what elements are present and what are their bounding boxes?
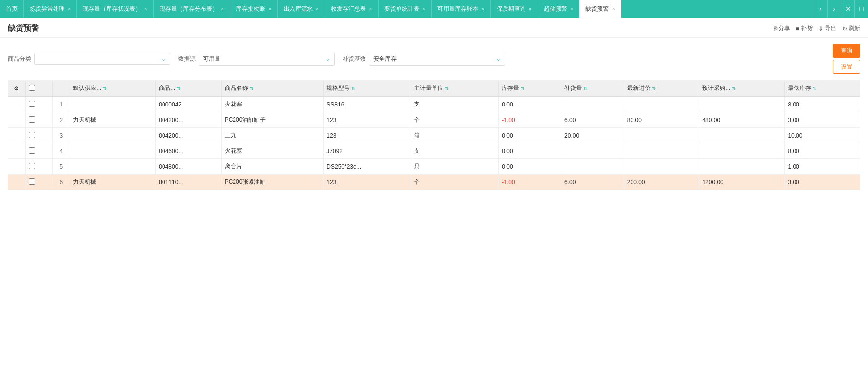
replenish-base-select[interactable]: 安全库存 ⌄ [369,53,505,66]
th-unit[interactable]: 主计量单位 ⇅ [411,80,499,97]
row-checkbox-cell[interactable] [25,175,53,190]
row-num-cell: 3 [53,128,70,143]
row-unit-cell: 个 [411,112,499,128]
datasource-label: 数据源 [178,55,196,63]
row-checkbox-cell[interactable] [25,112,53,128]
tab-expiry-query[interactable]: 保质期查询 × [491,0,538,18]
row-checkbox[interactable] [29,163,35,169]
th-gear[interactable]: ⚙ [8,80,25,97]
table-row: 1 0000042 火花塞 SS816 支 0.00 8.00 [8,97,860,112]
th-supplier[interactable]: 默认供应... ⇅ [70,80,156,97]
close-tab-available-ledger[interactable]: × [481,6,484,12]
close-tab-shortage[interactable]: × [612,6,615,12]
th-min-stock[interactable]: 最低库存 ⇅ [785,80,860,97]
tab-bar: 首页 炼货异常处理 × 现存量（库存状况表） × 现存量（库存分布表） × 库存… [0,0,868,18]
row-replenish-cell [561,97,624,112]
th-checkbox[interactable] [25,80,53,97]
tab-nav-buttons: ‹ › ✕ □ [814,0,868,18]
table-row: 6 力天机械 801110... PC200张紧油缸 123 个 -1.00 6… [8,175,860,190]
th-goods-code[interactable]: 商品... ⇅ [156,80,221,97]
close-tab-batch-ledger[interactable]: × [268,6,271,12]
tab-stock-dist[interactable]: 现存量（库存分布表） × [154,0,230,18]
row-min-stock-cell: 8.00 [785,143,860,159]
row-latest-price-cell: 200.00 [624,175,699,190]
tab-receive-summary[interactable]: 收发存汇总表 × [325,0,378,18]
table-row: 5 004800... 离合片 DS250*23c... 只 0.00 1.00 [8,159,860,175]
tab-available-ledger[interactable]: 可用量库存账本 × [432,0,490,18]
row-spec-cell: DS250*23c... [324,159,411,175]
row-spec-cell: J7092 [324,143,411,159]
th-goods-name[interactable]: 商品名称 ⇅ [221,80,324,97]
row-checkbox[interactable] [29,101,35,107]
tab-order-stats[interactable]: 要货单统计表 × [379,0,432,18]
row-goods-name-cell: 火花塞 [221,97,324,112]
th-spec[interactable]: 规格型号 ⇅ [324,80,411,97]
th-replenish[interactable]: 补货量 ⇅ [561,80,624,97]
row-replenish-cell: 20.00 [561,128,624,143]
export-button[interactable]: ⇓ 导出 [818,24,836,33]
select-all-checkbox[interactable] [29,85,35,91]
row-spec-cell: 123 [324,175,411,190]
table-body: 1 0000042 火花塞 SS816 支 0.00 8.00 2 力天机械 0… [8,97,860,190]
tab-overstock[interactable]: 超储预警 × [538,0,579,18]
th-latest-price[interactable]: 最新进价 ⇅ [624,80,699,97]
row-gear-cell [8,143,25,159]
sort-unit-icon: ⇅ [445,86,449,91]
row-gear-cell [8,128,25,143]
close-tab-order-stats[interactable]: × [422,6,425,12]
tab-close-all[interactable]: ✕ [841,0,854,18]
tab-expand[interactable]: □ [854,0,868,18]
close-tab-abnormal[interactable]: × [68,6,71,12]
close-tab-receive-summary[interactable]: × [369,6,372,12]
settings-button[interactable]: 设置 [833,60,860,74]
row-min-stock-cell: 1.00 [785,159,860,175]
row-checkbox[interactable] [29,178,35,185]
row-stock-cell: 0.00 [499,128,561,143]
row-checkbox-cell[interactable] [25,143,53,159]
tab-scroll-right[interactable]: › [827,0,841,18]
tab-scroll-left[interactable]: ‹ [814,0,827,18]
row-spec-cell: 123 [324,128,411,143]
tab-inout-flow[interactable]: 出入库流水 × [278,0,325,18]
share-button[interactable]: ⎘ 分享 [774,24,790,33]
row-latest-price-cell [624,143,699,159]
row-checkbox[interactable] [29,116,35,123]
row-supplier-cell [70,128,156,143]
row-goods-name-cell: 火花塞 [221,143,324,159]
row-min-stock-cell: 10.00 [785,128,860,143]
close-tab-overstock[interactable]: × [570,6,573,12]
row-checkbox-cell[interactable] [25,159,53,175]
row-checkbox[interactable] [29,132,35,138]
row-goods-code-cell: 0000042 [156,97,221,112]
table-wrap: ⚙ 默认供应... ⇅ 商品... [0,80,868,190]
close-tab-inout-flow[interactable]: × [316,6,319,12]
main-content: 缺货预警 ⎘ 分享 ■ 补货 ⇓ 导出 ↻ 刷新 商品分类 [0,18,868,387]
tab-stock-status[interactable]: 现存量（库存状况表） × [77,0,153,18]
close-tab-stock-status[interactable]: × [144,6,147,12]
tab-home[interactable]: 首页 [0,0,24,18]
category-chevron-icon: ⌄ [161,55,166,62]
row-checkbox[interactable] [29,147,35,154]
row-unit-cell: 箱 [411,128,499,143]
gear-icon[interactable]: ⚙ [14,85,19,92]
close-tab-stock-dist[interactable]: × [221,6,224,12]
row-goods-name-cell: PC200油缸缸子 [221,112,324,128]
row-est-purchase-cell: 480.00 [699,112,785,128]
refresh-icon: ↻ [842,25,847,32]
tab-shortage[interactable]: 缺货预警 × [579,0,621,18]
row-checkbox-cell[interactable] [25,97,53,112]
replenish-button[interactable]: ■ 补货 [796,24,813,33]
datasource-select[interactable]: 可用量 ⌄ [199,53,335,66]
category-select[interactable]: ⌄ [34,53,170,65]
row-replenish-cell: 6.00 [561,112,624,128]
close-tab-expiry-query[interactable]: × [529,6,532,12]
query-button[interactable]: 查询 [833,44,860,58]
row-checkbox-cell[interactable] [25,128,53,143]
row-est-purchase-cell: 1200.00 [699,175,785,190]
th-stock[interactable]: 库存量 ⇅ [499,80,561,97]
tab-batch-ledger[interactable]: 库存批次账 × [230,0,277,18]
refresh-button[interactable]: ↻ 刷新 [842,24,860,33]
th-est-purchase[interactable]: 预计采购... ⇅ [699,80,785,97]
tab-abnormal[interactable]: 炼货异常处理 × [24,0,77,18]
sort-goods-name-icon: ⇅ [250,86,253,91]
